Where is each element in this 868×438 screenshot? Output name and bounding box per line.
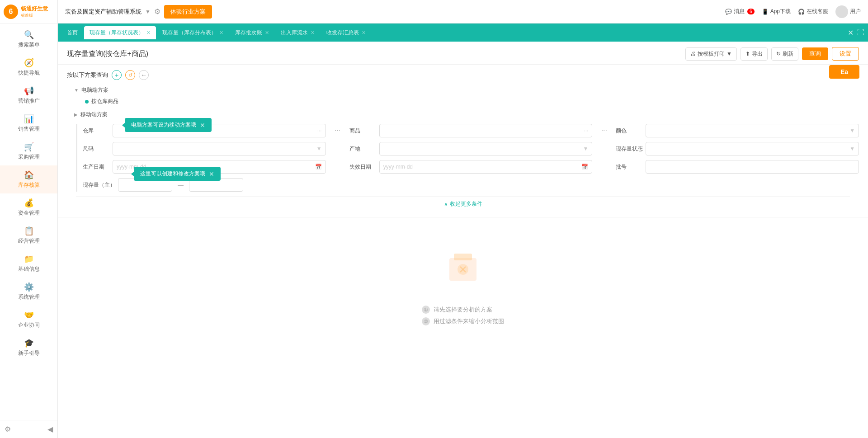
color-filter: 颜色 ▼	[616, 124, 859, 137]
marketing-icon: 📢	[24, 86, 34, 96]
tab-stock-dist[interactable]: 现存量（库存分布表） ✕	[157, 26, 229, 39]
stock-state-dropdown: ▼	[849, 146, 855, 152]
svg-rect-1	[454, 254, 472, 260]
sidebar-item-search[interactable]: 🔍 搜索菜单	[0, 25, 57, 53]
pc-plan-item[interactable]: ▼ 电脑端方案	[67, 85, 859, 96]
collapse-btn[interactable]: ∧ 收起更多条件	[76, 196, 850, 212]
tooltip1-close[interactable]: ✕	[200, 122, 205, 129]
empty-tip-1: ① 请先选择要分析的方案	[422, 306, 504, 314]
sidebar-item-purchase[interactable]: 🛒 采购管理	[0, 137, 57, 165]
sidebar-item-base[interactable]: 📁 基础信息	[0, 250, 57, 278]
app-download-btn[interactable]: 📱 App下载	[762, 8, 791, 15]
pc-plan-children: 按仓库商品	[67, 96, 859, 107]
stock-main-label: 现存量（主）	[83, 181, 115, 189]
origin-select[interactable]: ▼	[379, 142, 593, 155]
goods-select[interactable]: ···	[379, 124, 593, 137]
batch-filter: 批号	[616, 160, 859, 174]
tabs-close-all-btn[interactable]: ✕	[848, 28, 854, 37]
goods-dots: ···	[584, 127, 588, 134]
color-select[interactable]: ▼	[646, 124, 859, 137]
select-arrow: ···	[317, 127, 322, 134]
tab-batch[interactable]: 库存批次账 ✕	[230, 26, 274, 39]
filter-row-2: 尺码 ▼ 产地 ▼	[83, 142, 859, 155]
page-title: 现存量查询(按仓库+商品)	[67, 49, 148, 59]
page-actions: 🖨 按模板打印 ▼ ⬆ 导出 ↻ 刷新 查询 设置	[685, 47, 859, 61]
expiry-date-input[interactable]: yyyy-mm-dd 📅	[379, 160, 593, 174]
online-support-btn[interactable]: 🎧 在线客服	[798, 8, 828, 15]
search-button[interactable]: 查询	[802, 47, 828, 60]
base-icon: 📁	[24, 254, 34, 264]
ea-badge[interactable]: Ea	[829, 65, 859, 79]
message-badge: 6	[747, 9, 755, 14]
sidebar-item-enterprise[interactable]: 🤝 企业协同	[0, 306, 57, 334]
user-avatar	[835, 5, 848, 18]
guide-icon: 🎓	[24, 338, 34, 348]
sidebar-item-marketing[interactable]: 📢 营销推广	[0, 81, 57, 109]
color-dropdown: ▼	[849, 127, 855, 134]
edit-plan-btn[interactable]: ↺	[125, 70, 135, 80]
tab-inout[interactable]: 出入库流水 ✕	[275, 26, 320, 39]
add-plan-btn[interactable]: +	[112, 70, 122, 80]
stock-state-label: 现存量状态	[616, 145, 643, 153]
purchase-icon: 🛒	[24, 142, 34, 152]
export-btn[interactable]: ⬆ 导出	[741, 47, 768, 61]
sidebar-item-inventory[interactable]: 🏠 库存核算	[0, 165, 57, 193]
color-label: 颜色	[616, 127, 643, 135]
sidebar: 6 畅通好生意 标准版 🔍 搜索菜单 🧭 快捷导航 📢 营销推广 📊 销售管理 …	[0, 0, 58, 438]
inventory-icon: 🏠	[24, 170, 34, 180]
print-btn[interactable]: 🖨 按模板打印 ▼	[685, 47, 737, 61]
header-settings-btn[interactable]: ⚙	[154, 7, 160, 16]
header-left: 装备及固定资产辅助管理系统 ▼ ⚙ 体验行业方案	[65, 5, 212, 19]
system-name: 装备及固定资产辅助管理系统	[65, 8, 142, 16]
warehouse-label: 仓库	[83, 127, 110, 135]
filter-rows-container: 仓库 ··· ··· 商品 ··· ···	[76, 124, 859, 192]
tab-close-inout[interactable]: ✕	[311, 30, 315, 36]
tab-stock-status[interactable]: 现存量（库存状况表） ✕	[84, 26, 156, 39]
plan-dot	[85, 100, 89, 104]
sidebar-item-system[interactable]: ⚙️ 系统管理	[0, 278, 57, 306]
tabs-right: ✕ ⛶	[848, 28, 864, 37]
left-arrow-btn[interactable]: ←	[139, 70, 149, 80]
origin-label: 产地	[349, 145, 377, 153]
stock-state-select[interactable]: ▼	[646, 142, 859, 155]
tab-close-stock-status[interactable]: ✕	[146, 30, 151, 36]
sidebar-item-operation[interactable]: 📋 经营管理	[0, 221, 57, 250]
reset-button[interactable]: 设置	[832, 47, 859, 61]
empty-svg	[440, 245, 486, 290]
stock-dash: —	[178, 182, 184, 188]
tab-home[interactable]: 首页	[61, 26, 83, 39]
logo-text: 畅通好生意 标准版	[21, 5, 48, 19]
user-area[interactable]: 用户	[835, 5, 861, 18]
sidebar-item-quick[interactable]: 🧭 快捷导航	[0, 53, 57, 81]
tab-close-stock-dist[interactable]: ✕	[219, 30, 223, 36]
sidebar-item-guide[interactable]: 🎓 新手引导	[0, 334, 57, 362]
stock-state-filter: 现存量状态 ▼	[616, 142, 859, 155]
compass-icon: 🧭	[24, 58, 34, 68]
page-content: 现存量查询(按仓库+商品) 🖨 按模板打印 ▼ ⬆ 导出 ↻ 刷新 查询 设置	[58, 42, 868, 438]
size-select[interactable]: ▼	[113, 142, 326, 155]
message-icon: 💬	[725, 9, 732, 15]
refresh-btn[interactable]: ↻ 刷新	[771, 47, 798, 61]
tip2-num: ②	[422, 317, 430, 325]
collapse-footer-btn[interactable]: ◀	[47, 425, 53, 433]
tab-close-collect[interactable]: ✕	[362, 30, 366, 36]
message-btn[interactable]: 💬 消息 6	[725, 8, 755, 15]
tabs-bar: 首页 现存量（库存状况表） ✕ 现存量（库存分布表） ✕ 库存批次账 ✕ 出入库…	[58, 24, 868, 42]
tabs-fullscreen-btn[interactable]: ⛶	[857, 28, 864, 37]
sidebar-item-finance[interactable]: 💰 资金管理	[0, 193, 57, 221]
tooltip2-close[interactable]: ✕	[209, 170, 214, 178]
dropdown-arrow[interactable]: ▼	[145, 9, 151, 15]
tab-collect[interactable]: 收发存汇总表 ✕	[321, 26, 371, 39]
sales-icon: 📊	[24, 114, 34, 124]
warehouse-goods-plan[interactable]: 按仓库商品	[81, 96, 859, 107]
expiry-date-label: 失效日期	[349, 163, 377, 171]
batch-input[interactable]	[646, 160, 859, 174]
sidebar-item-sales[interactable]: 📊 销售管理	[0, 109, 57, 137]
pc-plan-arrow: ▼	[74, 88, 79, 93]
goods-label: 商品	[349, 127, 377, 135]
tab-close-batch[interactable]: ✕	[265, 30, 269, 36]
experience-button[interactable]: 体验行业方案	[164, 5, 212, 19]
header-right: 💬 消息 6 📱 App下载 🎧 在线客服 用户	[725, 5, 861, 18]
settings-footer-btn[interactable]: ⚙	[5, 425, 11, 433]
sidebar-nav: 🔍 搜索菜单 🧭 快捷导航 📢 营销推广 📊 销售管理 🛒 采购管理 🏠 库存核…	[0, 24, 57, 420]
